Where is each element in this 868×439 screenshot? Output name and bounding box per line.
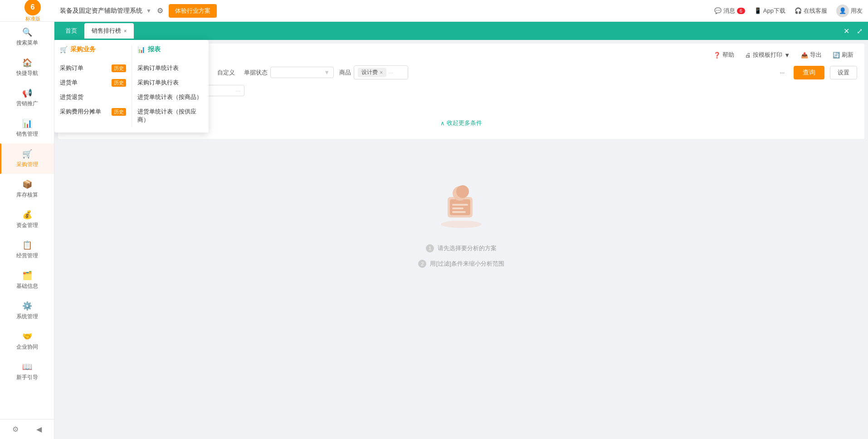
sidebar-item-label: 系统管理 (16, 313, 38, 321)
industry-btn[interactable]: 体验行业方案 (169, 4, 217, 18)
settings-icon-btn[interactable]: ⚙ (155, 5, 165, 17)
help-label: 帮助 (722, 51, 734, 59)
sidebar-item-label: 库存核算 (16, 191, 38, 199)
empty-step-1: 1 请先选择要分析的方案 (426, 242, 497, 254)
sidebar-settings-btn[interactable]: ⚙ (12, 425, 19, 434)
sidebar-bottom: ⚙ ◀ (0, 419, 54, 439)
print-dropdown-icon: ▼ (784, 52, 790, 59)
incoming-stats-supplier-label: 进货单统计表（按供应商） (137, 108, 204, 124)
sidebar-item-guide[interactable]: 📖 新手引导 (0, 356, 54, 387)
dropdown-item-incoming-stats-goods[interactable]: 进货单统计表（按商品） (137, 90, 204, 104)
goods-ellipsis[interactable]: ··· (388, 69, 393, 76)
sidebar-item-enterprise[interactable]: 🤝 企业协同 (0, 326, 54, 356)
dropdown-col-right: 📊 报表 采购订单统计表 采购订单执行表 进货单统计表（按商品） 进货单统计表（… (132, 45, 209, 127)
sidebar-collapse-btn[interactable]: ◀ (36, 425, 42, 434)
tab-close-all-btn[interactable]: ✕ (842, 25, 851, 37)
svg-point-2 (441, 221, 482, 228)
content-area: 首页 销售排行榜 × ✕ ⤢ ❓ 帮助 (54, 22, 868, 439)
svg-point-6 (456, 185, 469, 198)
top-header: 6 标准版 装备及固定资产辅助管理系统 ▼ ⚙ 体验行业方案 💬 消息 6 📱 … (0, 0, 868, 22)
dropdown-item-order-exec[interactable]: 采购订单执行表 (137, 75, 204, 90)
help-btn[interactable]: ❓ 帮助 (710, 49, 738, 61)
filter-settings-btn[interactable]: 设置 (830, 66, 857, 79)
system-dropdown-arrow[interactable]: ▼ (146, 8, 151, 14)
dropdown-right-title: 📊 报表 (137, 45, 204, 56)
expense-label: 采购费用分摊单 (60, 108, 101, 116)
enterprise-icon: 🤝 (22, 331, 32, 341)
svg-rect-9 (452, 211, 466, 213)
sales-icon: 📊 (22, 118, 32, 128)
return-label: 进货退货 (60, 93, 83, 101)
tab-home[interactable]: 首页 (58, 23, 84, 39)
export-btn[interactable]: 📤 导出 (797, 49, 825, 61)
sidebar-item-search[interactable]: 🔍 搜索菜单 (0, 22, 54, 52)
inventory-icon: 📦 (22, 179, 32, 189)
sidebar-item-operations[interactable]: 📋 经营管理 (0, 235, 54, 265)
goods-label: 商品 (339, 69, 351, 77)
dropdown-col-left: 🛒 采购业务 采购订单 历史 进货单 历史 进货退货 (54, 45, 132, 127)
collapse-label: 收起更多条件 (447, 119, 482, 127)
sidebar-item-finance[interactable]: 💰 资金管理 (0, 204, 54, 235)
tab-bar: 首页 销售排行榜 × ✕ ⤢ (54, 22, 868, 40)
query-btn[interactable]: 查询 (794, 66, 824, 79)
sidebar-item-quick-nav[interactable]: 🏠 快捷导航 (0, 52, 54, 83)
user-area[interactable]: 👤 用友 (836, 5, 863, 17)
app-download-label: App下载 (763, 7, 785, 15)
order-exec-label: 采购订单执行表 (137, 79, 179, 87)
expense-history-badge: 历史 (112, 108, 126, 116)
messages-btn[interactable]: 💬 消息 6 (714, 7, 745, 15)
purchase-order-label: 采购订单 (60, 64, 83, 72)
sidebar-item-basic-info[interactable]: 🗂️ 基础信息 (0, 265, 54, 296)
report-label: 报表 (148, 45, 161, 54)
sidebar-item-label: 资金管理 (16, 222, 38, 229)
user-avatar: 👤 (836, 5, 849, 17)
dropdown-item-return[interactable]: 进货退货 (60, 90, 126, 104)
query-actions-ellipsis[interactable]: ··· (776, 67, 788, 78)
svg-rect-7 (452, 204, 468, 206)
tab-expand-btn[interactable]: ⤢ (855, 25, 864, 37)
tab-bar-right: ✕ ⤢ (842, 25, 864, 37)
sidebar-item-system[interactable]: ⚙️ 系统管理 (0, 296, 54, 326)
dropdown-left-title: 🛒 采购业务 (60, 45, 126, 56)
sidebar-item-label: 销售管理 (16, 130, 38, 138)
sidebar-item-sales[interactable]: 📊 销售管理 (0, 113, 54, 143)
purchase-biz-label: 采购业务 (70, 45, 96, 54)
operations-icon: 📋 (22, 240, 32, 250)
online-service-btn[interactable]: 🎧 在线客服 (795, 7, 827, 15)
refresh-icon: 🔄 (833, 52, 840, 59)
finance-icon: 💰 (22, 210, 32, 220)
sidebar-item-purchase[interactable]: 🛒 采购管理 (0, 143, 54, 174)
empty-step1-text: 请先选择要分析的方案 (438, 242, 497, 254)
sidebar-item-inventory[interactable]: 📦 库存核算 (0, 174, 54, 204)
dropdown-item-incoming[interactable]: 进货单 历史 (60, 75, 126, 90)
user-label: 用友 (851, 7, 863, 15)
order-stats-label: 采购订单统计表 (137, 64, 179, 72)
basic-info-icon: 🗂️ (22, 271, 32, 281)
refresh-btn[interactable]: 🔄 刷新 (829, 49, 857, 61)
print-btn[interactable]: 🖨 按模板打印 ▼ (741, 49, 794, 61)
marketing-icon: 📢 (22, 88, 32, 98)
goods-input[interactable]: 设计费 × ··· (354, 65, 408, 79)
phone-icon: 📱 (754, 7, 761, 14)
tab-close-btn[interactable]: × (124, 28, 127, 34)
dropdown-item-incoming-stats-supplier[interactable]: 进货单统计表（按供应商） (137, 104, 204, 127)
app-download-btn[interactable]: 📱 App下载 (754, 7, 785, 15)
help-icon: ❓ (713, 52, 721, 59)
goods-tag-close[interactable]: × (380, 69, 383, 76)
messages-label: 消息 (723, 7, 735, 15)
tab-sales-ranking[interactable]: 销售排行榜 × (84, 23, 134, 39)
document-status-input[interactable]: ▼ (270, 67, 334, 78)
dropdown-item-order-stats[interactable]: 采购订单统计表 (137, 61, 204, 75)
date-custom-btn[interactable]: 自定义 (214, 67, 239, 79)
dropdown-item-purchase-order[interactable]: 采购订单 历史 (60, 61, 126, 75)
sidebar-item-marketing[interactable]: 📢 营销推广 (0, 83, 54, 113)
export-label: 导出 (810, 51, 822, 59)
dropdown-item-expense[interactable]: 采购费用分摊单 历史 (60, 104, 126, 119)
message-icon: 💬 (714, 7, 722, 14)
salesperson-ellipsis[interactable]: ··· (235, 87, 240, 94)
home-icon: 🏠 (22, 58, 32, 68)
purchase-biz-icon: 🛒 (60, 46, 68, 53)
tab-sales-ranking-label: 销售排行榜 (92, 27, 121, 35)
collapse-btn[interactable]: ∧ 收起更多条件 (439, 117, 484, 129)
sidebar-item-label: 搜索菜单 (16, 39, 38, 47)
